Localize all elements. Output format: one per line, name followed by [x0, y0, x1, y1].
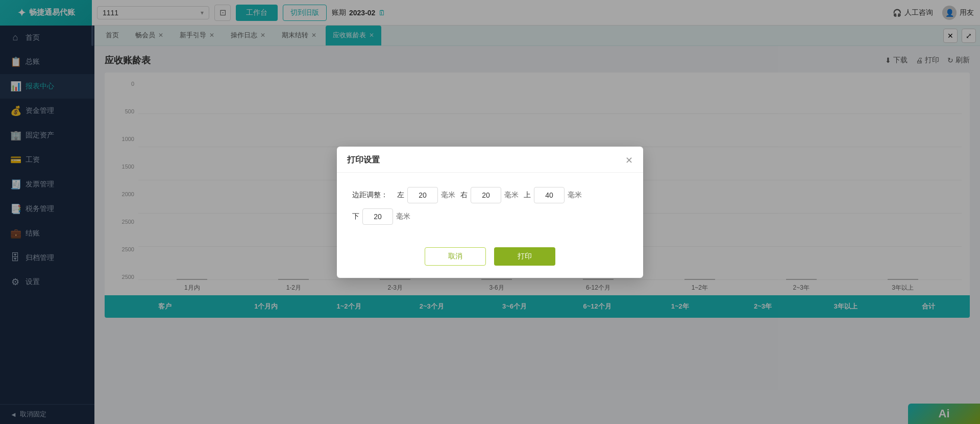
top-unit-label: 毫米 — [568, 191, 582, 200]
left-direction-label: 左 — [397, 191, 404, 200]
margin-bottom-input[interactable] — [362, 208, 393, 225]
right-unit-label: 毫米 — [504, 191, 519, 200]
dialog-footer: 取消 打印 — [337, 239, 643, 278]
margin-adjust-label: 边距调整： — [352, 191, 388, 200]
margin-top-input[interactable] — [534, 187, 565, 203]
print-settings-dialog: 打印设置 ✕ 边距调整： 左 毫米 右 毫米 上 毫米 — [337, 147, 643, 278]
bottom-unit-label: 毫米 — [396, 212, 410, 221]
margin-bottom-group: 下 毫米 — [352, 208, 410, 225]
dialog-title: 打印设置 — [347, 155, 380, 166]
cancel-button[interactable]: 取消 — [425, 247, 486, 266]
dialog-body: 边距调整： 左 毫米 右 毫米 上 毫米 下 — [337, 173, 643, 239]
margin-left-input[interactable] — [407, 187, 438, 203]
margin-left-group: 左 毫米 — [397, 187, 455, 203]
dialog-overlay: 打印设置 ✕ 边距调整： 左 毫米 右 毫米 上 毫米 — [0, 0, 980, 424]
margin-top-group: 上 毫米 — [524, 187, 582, 203]
margin-row: 边距调整： 左 毫米 右 毫米 上 毫米 下 — [352, 187, 628, 225]
dialog-close-button[interactable]: ✕ — [625, 155, 633, 166]
left-unit-label: 毫米 — [441, 191, 455, 200]
print-confirm-button[interactable]: 打印 — [494, 247, 555, 266]
top-direction-label: 上 — [524, 191, 531, 200]
right-direction-label: 右 — [460, 191, 468, 200]
dialog-header: 打印设置 ✕ — [337, 147, 643, 173]
margin-right-group: 右 毫米 — [460, 187, 519, 203]
bottom-direction-label: 下 — [352, 212, 359, 221]
margin-right-input[interactable] — [471, 187, 501, 203]
